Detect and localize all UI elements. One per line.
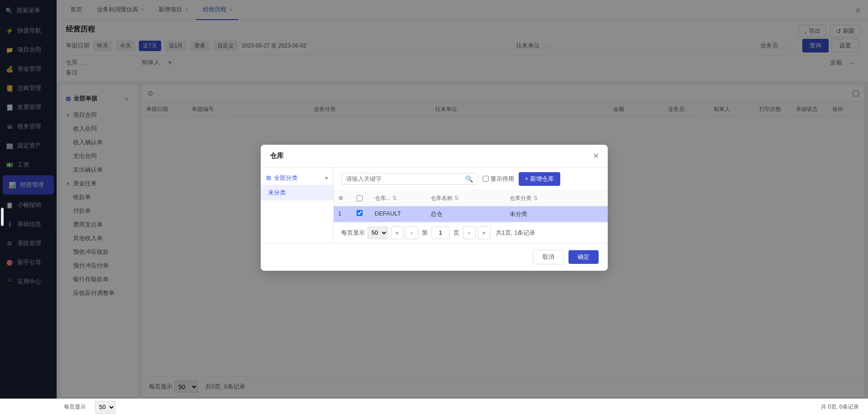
taskbar: 每页显示 50 共 0页, 0条记录 <box>0 399 868 415</box>
show-disabled-label: 显示停用 <box>490 175 514 183</box>
modal-sidebar-all-label: 全部分类 <box>274 174 298 182</box>
page-suffix: 页 <box>453 229 459 237</box>
row-name: 总仓 <box>426 206 505 222</box>
chevron-icon: » <box>325 175 328 180</box>
modal-overlay: 仓库 × ⊞ 全部分类 » 未分类 <box>0 0 868 415</box>
warehouse-name: 总仓 <box>431 210 442 217</box>
modal-sidebar: ⊞ 全部分类 » 未分类 <box>261 168 334 243</box>
settings-icon[interactable]: ⚙ <box>338 195 343 201</box>
modal-table: ⚙ 仓库... ⇅ 仓库名称 ⇅ <box>334 191 608 222</box>
row-code: DEFAULT <box>370 206 426 222</box>
modal-search-box: 🔍 <box>341 173 478 185</box>
search-icon[interactable]: 🔍 <box>465 175 473 183</box>
first-page-button[interactable]: « <box>391 226 404 239</box>
cancel-button[interactable]: 取消 <box>533 250 564 264</box>
row-number: 1 <box>338 210 342 217</box>
row-index: 1 <box>334 206 352 222</box>
sort-icon[interactable]: ⇅ <box>533 195 538 201</box>
next-page-button[interactable]: › <box>463 226 476 239</box>
mth-settings: ⚙ <box>334 191 352 206</box>
modal-table-header: ⚙ 仓库... ⇅ 仓库名称 ⇅ <box>334 191 608 206</box>
modal-sidebar-item-uncategorized[interactable]: 未分类 <box>261 185 333 200</box>
mth-category: 仓库分类 ⇅ <box>505 191 607 206</box>
modal-select-all-checkbox[interactable] <box>357 195 363 201</box>
modal-main: 🔍 显示停用 + 新增仓库 ⚙ <box>334 168 608 243</box>
col-name-label: 仓库名称 <box>431 194 452 202</box>
sort-icon[interactable]: ⇅ <box>454 195 459 201</box>
mth-checkbox <box>352 191 370 206</box>
modal-pagination: 每页显示 50 « ‹ 第 页 › » 共1页, 1条记录 <box>334 222 608 243</box>
row-select-checkbox[interactable] <box>357 210 363 216</box>
pagination-controls: « ‹ 第 页 › » <box>391 226 490 239</box>
taskbar-total: 共 0页, 0条记录 <box>821 403 859 411</box>
mth-code: 仓库... ⇅ <box>370 191 426 206</box>
prev-page-button[interactable]: ‹ <box>405 226 418 239</box>
modal-body: ⊞ 全部分类 » 未分类 🔍 <box>261 168 608 243</box>
warehouse-modal: 仓库 × ⊞ 全部分类 » 未分类 <box>261 145 608 271</box>
modal-actions: 取消 确定 <box>261 243 608 271</box>
modal-close-button[interactable]: × <box>594 151 599 161</box>
taskbar-right: 共 0页, 0条记录 <box>821 403 859 411</box>
sort-icon[interactable]: ⇅ <box>392 195 397 201</box>
page-size-label: 每页显示 <box>341 229 365 237</box>
taskbar-page-size-select[interactable]: 50 <box>95 401 116 414</box>
grid-icon: ⊞ <box>266 174 271 181</box>
last-page-button[interactable]: » <box>478 226 490 239</box>
modal-search-input[interactable] <box>346 175 463 182</box>
table-row[interactable]: 1 DEFAULT 总仓 未分类 <box>334 206 608 222</box>
total-records: 共1页, 1条记录 <box>496 229 536 237</box>
modal-title: 仓库 <box>270 152 284 160</box>
warehouse-category: 未分类 <box>510 210 527 217</box>
modal-toolbar: 🔍 显示停用 + 新增仓库 <box>334 168 608 191</box>
modal-page-size-select[interactable]: 50 <box>368 226 388 239</box>
taskbar-page-size-label: 每页显示 <box>64 403 86 411</box>
page-label: 第 <box>422 229 428 237</box>
mth-name: 仓库名称 ⇅ <box>426 191 505 206</box>
show-disabled-checkbox[interactable] <box>483 176 489 182</box>
modal-sidebar-item-label: 未分类 <box>268 189 286 196</box>
confirm-button[interactable]: 确定 <box>568 250 599 264</box>
add-warehouse-button[interactable]: + 新增仓库 <box>519 172 560 186</box>
warehouse-code: DEFAULT <box>375 210 401 217</box>
modal-sidebar-header[interactable]: ⊞ 全部分类 » <box>261 171 333 185</box>
page-number-input[interactable] <box>431 226 450 239</box>
col-code-label: 仓库... <box>375 194 390 202</box>
add-label: + 新增仓库 <box>525 175 554 183</box>
row-category: 未分类 <box>505 206 607 222</box>
row-checkbox <box>352 206 370 222</box>
show-disabled-checkbox-label[interactable]: 显示停用 <box>483 175 514 183</box>
modal-header: 仓库 × <box>261 145 608 168</box>
col-category-label: 仓库分类 <box>510 194 531 202</box>
